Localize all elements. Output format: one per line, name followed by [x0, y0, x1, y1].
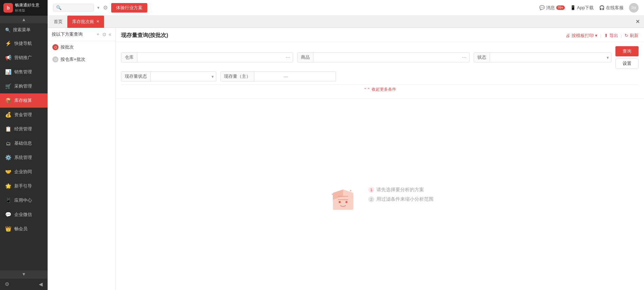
topbar-search-box[interactable]: 🔍: [53, 4, 94, 12]
sidebar-item-search[interactable]: 🔍 搜索菜单: [0, 23, 48, 36]
add-plan-btn[interactable]: ＋: [96, 31, 100, 37]
print-dropdown-icon: ▾: [595, 33, 597, 38]
topbar-dropdown-btn[interactable]: ▾: [97, 5, 100, 10]
goods-more-btn[interactable]: ···: [459, 53, 469, 62]
status-chevron-icon: ▾: [605, 53, 611, 62]
plan-collapse-btn[interactable]: «: [108, 32, 111, 37]
left-panel-header: 按以下方案查询 ＋ ⊙ «: [48, 28, 115, 41]
purchase-icon: 🛒: [5, 83, 12, 90]
plan-warehouse-icon: ⊙: [52, 56, 58, 62]
svg-text:✦: ✦: [352, 196, 354, 198]
sales-icon: 📊: [5, 69, 12, 75]
sidebar: b 畅康通好生意 标准版 ▲ 🔍 搜索菜单 ⚡ 快捷导航 📢 营销推广 📊 销售…: [0, 0, 48, 290]
page-header-actions: 🖨 按模板打印 ▾ | ⬆ 导出 | ↻ 刷新: [566, 33, 639, 39]
headset-icon: 🎧: [599, 5, 605, 10]
collapse-icon[interactable]: ◀: [39, 281, 43, 287]
sidebar-item-newbie[interactable]: 🌟 新手引导: [0, 179, 48, 193]
topbar-search-icon: 🔍: [56, 5, 62, 10]
sidebar-item-system[interactable]: ⚙️ 系统管理: [0, 150, 48, 165]
tab-inventory-batch[interactable]: 库存批次账 ✕: [67, 16, 104, 28]
marketing-icon: 📢: [5, 54, 12, 61]
sidebar-scroll-up[interactable]: ▲: [0, 16, 48, 23]
warehouse-input[interactable]: [137, 53, 283, 62]
sidebar-item-enterprise[interactable]: 🤝 企业协同: [0, 165, 48, 179]
app-download-btn[interactable]: 📱 App下载: [570, 5, 594, 11]
refresh-btn[interactable]: ↻ 刷新: [625, 33, 639, 39]
sidebar-item-sales[interactable]: 📊 销售管理: [0, 65, 48, 79]
collapse-up-icon: ⌃⌃: [363, 87, 370, 92]
status-select[interactable]: [490, 53, 605, 62]
sidebar-footer: ⚙ ◀: [0, 278, 48, 290]
wechat-icon: 💬: [5, 211, 12, 218]
empty-steps: 1 请先选择要分析的方案 2 用过滤条件来缩小分析范围: [368, 187, 434, 202]
query-btn[interactable]: 查询: [615, 46, 639, 56]
page-title: 现存量查询(按批次): [121, 32, 168, 39]
topbar: 🔍 ▾ ⚙ 体验行业方案 💬 消息 99+ 📱 App下载 🎧 在线客服 Rit: [48, 0, 644, 16]
inv-status-chevron-icon: ▾: [209, 72, 216, 81]
svg-text:✦: ✦: [349, 189, 352, 193]
left-panel-actions: ＋ ⊙ «: [96, 31, 111, 37]
appstore-icon: 📱: [5, 197, 12, 204]
sidebar-item-quicknav[interactable]: ⚡ 快捷导航: [0, 36, 48, 51]
print-btn[interactable]: 🖨 按模板打印 ▾: [566, 33, 597, 39]
online-service-btn[interactable]: 🎧 在线客服: [599, 5, 624, 11]
trial-btn[interactable]: 体验行业方案: [111, 3, 147, 13]
goods-input[interactable]: [313, 53, 459, 62]
app-title: 畅康通好生意 标准版: [15, 3, 39, 13]
topbar-gear-icon[interactable]: ⚙: [103, 4, 108, 11]
inventory-icon: 📦: [5, 97, 12, 104]
sidebar-item-operations[interactable]: 📋 经营管理: [0, 122, 48, 136]
empty-step-2: 2 用过滤条件来缩小分析范围: [368, 196, 434, 202]
app-download-icon: 📱: [570, 5, 576, 10]
sidebar-item-inventory[interactable]: 📦 库存核算: [0, 93, 48, 108]
filter-settings-btn[interactable]: 设置: [615, 58, 639, 69]
basic-icon: 🗂: [5, 140, 12, 147]
content-area: 按以下方案查询 ＋ ⊙ « ⊙ 按批次 ⊙ 按仓库+批次 现存量查询(按批次): [48, 28, 644, 290]
sidebar-item-basic[interactable]: 🗂 基础信息: [0, 136, 48, 150]
inventory-status-select[interactable]: [151, 72, 209, 81]
messages-btn[interactable]: 💬 消息 99+: [539, 5, 565, 11]
sidebar-item-finance[interactable]: 💰 资金管理: [0, 108, 48, 122]
svg-point-5: [339, 201, 341, 203]
system-icon: ⚙️: [5, 154, 12, 161]
sidebar-item-member[interactable]: 👑 畅会员: [0, 222, 48, 236]
tabbar: 首页 库存批次账 ✕ ✕: [48, 16, 644, 28]
plan-settings-btn[interactable]: ⊙: [102, 32, 106, 37]
sidebar-item-wechat[interactable]: 💬 企业微信: [0, 207, 48, 222]
warehouse-more-btn[interactable]: ···: [283, 53, 293, 62]
finance-icon: 💰: [5, 111, 12, 118]
status-filter: 状态 ▾: [474, 52, 611, 62]
sidebar-nav: 🔍 搜索菜单 ⚡ 快捷导航 📢 营销推广 📊 销售管理 🛒 采购管理 📦 库存核…: [0, 23, 48, 270]
inventory-qty-from[interactable]: [254, 72, 282, 81]
collapse-conditions-btn[interactable]: ⌃⌃ 收起更多条件: [121, 84, 639, 94]
tab-close-btn[interactable]: ✕: [96, 19, 99, 24]
sidebar-item-appstore[interactable]: 📱 应用中心: [0, 193, 48, 207]
empty-state: ✦ ✦ ✦ 1 请先选择要分析的方案 2 用过滤条件来缩小分析范围: [116, 99, 644, 290]
plan-item-warehouse-batch[interactable]: ⊙ 按仓库+批次: [48, 53, 115, 66]
quicknav-icon: ⚡: [5, 40, 12, 47]
panel-close-btn[interactable]: ✕: [635, 18, 640, 25]
refresh-icon: ↻: [625, 33, 628, 38]
svg-text:✦: ✦: [331, 193, 334, 196]
app-logo: b: [3, 3, 13, 13]
qty-dash: —: [282, 74, 290, 79]
inventory-qty-to[interactable]: [290, 72, 317, 81]
plan-item-batch[interactable]: ⊙ 按批次: [48, 41, 115, 53]
sidebar-item-purchase[interactable]: 🛒 采购管理: [0, 79, 48, 93]
tab-home[interactable]: 首页: [49, 16, 67, 28]
goods-filter: 商品 ···: [297, 52, 469, 62]
main-area: 🔍 ▾ ⚙ 体验行业方案 💬 消息 99+ 📱 App下载 🎧 在线客服 Rit: [48, 0, 644, 290]
right-panel: 现存量查询(按批次) 🖨 按模板打印 ▾ | ⬆ 导出 | ↻: [116, 28, 644, 290]
newbie-icon: 🌟: [5, 183, 12, 189]
user-menu[interactable]: Rit: [629, 3, 639, 13]
left-panel: 按以下方案查询 ＋ ⊙ « ⊙ 按批次 ⊙ 按仓库+批次: [48, 28, 116, 290]
empty-illustration: ✦ ✦ ✦: [326, 178, 360, 212]
inventory-qty-filter: 现存量（主） —: [220, 71, 336, 81]
settings-icon[interactable]: ⚙: [5, 281, 9, 287]
export-btn[interactable]: ⬆ 导出: [604, 33, 618, 39]
topbar-search-input[interactable]: [63, 5, 90, 10]
filter-area: 仓库 ··· 商品 ··· 状态: [116, 42, 644, 99]
sidebar-item-marketing[interactable]: 📢 营销推广: [0, 51, 48, 65]
user-avatar: Rit: [629, 3, 639, 13]
sidebar-scroll-down[interactable]: ▼: [0, 270, 48, 278]
